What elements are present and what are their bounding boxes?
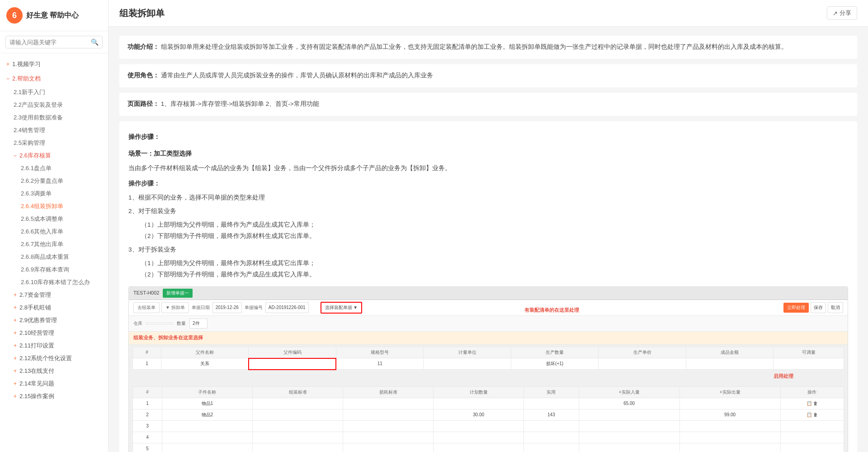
sidebar-item-wrong[interactable]: 2.6.10库存账本错了怎么办 xyxy=(14,276,108,289)
sidebar-item-mobile[interactable]: + 2.8手机旺铺 xyxy=(7,301,108,314)
screenshot-new-btn: 新增单据一 xyxy=(163,289,193,298)
sidebar-item-data[interactable]: 2.3使用前数据准备 xyxy=(7,111,108,124)
step-3-sub1: （1）上部明细为父件明细，最终作为原材料生成其它出库单； xyxy=(141,258,848,269)
cancel-screenshot: 取消 xyxy=(828,302,843,313)
sidebar-item-stocktake[interactable]: 2.6.1盘点单 xyxy=(14,162,108,175)
col-amount: 成品金额 xyxy=(686,347,774,358)
main-header: 组装拆卸单 ↗ 分享 xyxy=(108,0,868,27)
billno-value-screenshot: AD-20191226-001 xyxy=(265,302,309,313)
sidebar-item-sales[interactable]: 2.4销售管理 xyxy=(7,124,108,137)
sidebar-item-purchase[interactable]: 2.5采购管理 xyxy=(7,137,108,149)
step-2-sub1: （1）上部明细为父件明细，最终作为产成品生成其它入库单； xyxy=(141,219,848,230)
search-area: 🔍 xyxy=(0,31,108,53)
col-parent-name: 父件名称 xyxy=(161,347,249,358)
btn-extra: ▼ 拆卸单 xyxy=(161,302,189,313)
col-avail: 可调量 xyxy=(774,347,844,358)
sidebar-item-split[interactable]: 2.6.2分量盘点单 xyxy=(14,175,108,187)
sidebar-item-online[interactable]: + 2.13在线支付 xyxy=(7,365,108,377)
logo-area: 6 好生意 帮助中心 xyxy=(0,0,108,31)
content-area: 功能介绍： 组装拆卸单用来处理企业组装或拆卸等加工业务，支持有固定装配清单的产品… xyxy=(108,27,868,452)
plus-icon-faq: + xyxy=(14,381,17,387)
page-title: 组装拆卸单 xyxy=(119,7,165,19)
logo-icon: 6 xyxy=(6,7,23,24)
intro-text: 组装拆卸单用来处理企业组装或拆卸等加工业务，支持有固定装配清单的产品加工业务，也… xyxy=(161,43,788,50)
sub-field1: 仓库 xyxy=(133,319,142,328)
minus-icon: − xyxy=(6,76,9,82)
sub-field2: 数量 xyxy=(177,319,186,328)
step-list: 1、根据不同的业务，选择不同单据的类型来处理 2、对于组装业务 （1）上部明细为… xyxy=(128,192,848,280)
highlighted-cell xyxy=(249,358,336,370)
sidebar-item-assembly[interactable]: 2.6.4组装拆卸单 xyxy=(14,200,108,213)
col-spec: 规格型号 xyxy=(336,347,424,358)
step-2-sub2: （2）下部明细为子件明细，最终作为原材料生成其它出库单。 xyxy=(141,231,848,242)
path-label: 页面路径： xyxy=(127,100,159,107)
search-input[interactable] xyxy=(9,39,91,46)
intro-card: 功能介绍： 组装拆卸单用来处理企业组装或拆卸等加工业务，支持有固定装配清单的产品… xyxy=(119,36,857,59)
bottom-table: # 子件名称 组装标准 损耗标准 计划数量 实用 +实际入量 +实际出量 操作 xyxy=(132,386,844,452)
sidebar-item-faq[interactable]: + 2.14常见问题 xyxy=(7,377,108,390)
col-parent-code: 父件编码 xyxy=(249,347,336,358)
col-unit: 计量单位 xyxy=(424,347,511,358)
annotation-area: 启用处理 xyxy=(129,372,848,385)
sidebar-item-inventory[interactable]: − 2.6库存核算 xyxy=(7,149,108,162)
minus-icon-inventory: − xyxy=(14,152,17,159)
sidebar-item-docs-label[interactable]: − 2.帮助文档 xyxy=(0,71,108,86)
date-label-screenshot: 单据日期 xyxy=(192,304,210,312)
bottom-row-1: 1物品165.00📋 🗑 xyxy=(133,398,844,409)
share-icon: ↗ xyxy=(833,10,838,17)
sidebar-item-finance[interactable]: + 2.7资金管理 xyxy=(7,289,108,301)
annotation-ops: 组装业务、拆卸业务在这里选择 xyxy=(133,333,203,343)
save-screenshot: 保存 xyxy=(811,302,826,313)
sidebar-item-print[interactable]: + 2.11打印设置 xyxy=(7,339,108,352)
role-text: 通常由生产人员或库管人员完成拆装业务的操作，库管人员确认原材料的出库和产成品的入… xyxy=(161,72,433,79)
sidebar-item-custom[interactable]: + 2.12系统个性化设置 xyxy=(7,352,108,365)
sidebar-item-adjust[interactable]: 2.6.3调拨单 xyxy=(14,187,108,200)
intro-label: 功能介绍： xyxy=(127,43,159,50)
top-table: # 父件名称 父件编码 规格型号 计量单位 生产数量 生产单价 成品金额 可调量 xyxy=(132,347,844,370)
sidebar-item-coupon[interactable]: + 2.9优惠券管理 xyxy=(7,314,108,327)
sidebar-item-video-label[interactable]: + 1.视频学习 xyxy=(0,57,108,71)
plus-icon-print: + xyxy=(14,343,17,349)
plus-icon: + xyxy=(6,61,9,67)
sidebar-item-goodscost[interactable]: 2.6.8商品成本重算 xyxy=(14,251,108,263)
billno-label-screenshot: 单据编号 xyxy=(245,304,263,312)
nav-tree: + 1.视频学习 − 2.帮助文档 2.1新手入门 2.2产品安装及登录 2.3… xyxy=(0,53,108,452)
search-box: 🔍 xyxy=(5,36,103,48)
col-num: # xyxy=(133,347,161,358)
sidebar-item-video[interactable]: + 1.视频学习 xyxy=(0,57,108,71)
plus-icon-custom: + xyxy=(14,355,17,362)
sidebar: 6 好生意 帮助中心 🔍 + 1.视频学习 − 2.帮助文档 2.1新手入门 2… xyxy=(0,0,108,452)
nav-sub-inventory: 2.6.1盘点单 2.6.2分量盘点单 2.6.3调拨单 2.6.4组装拆卸单 … xyxy=(7,162,108,289)
plus-icon-finance: + xyxy=(14,292,17,298)
bottom-row-3: 3 xyxy=(133,420,844,432)
sidebar-item-cost[interactable]: 2.6.5成本调整单 xyxy=(14,213,108,225)
screenshot-company: TEST-H002 xyxy=(133,289,159,298)
role-card: 使用角色： 通常由生产人员或库管人员完成拆装业务的操作，库管人员确认原材料的出库… xyxy=(119,64,857,87)
bottom-row-4: 4 xyxy=(133,432,844,443)
sidebar-item-checkbook[interactable]: 2.6.9库存账本查询 xyxy=(14,263,108,276)
plus-icon-ops: + xyxy=(14,330,17,336)
logo-text: 好生意 帮助中心 xyxy=(26,11,79,20)
step-1: 1、根据不同的业务，选择不同单据的类型来处理 xyxy=(128,192,848,203)
sidebar-item-new[interactable]: 2.1新手入门 xyxy=(7,86,108,99)
sidebar-item-otherin[interactable]: 2.6.6其他入库单 xyxy=(14,225,108,238)
sub-field1-val xyxy=(146,323,173,324)
path-card: 页面路径： 1、库存核算->库存管理->组装拆卸单 2、首页->常用功能 xyxy=(119,93,857,116)
step-3-sub2: （2）下部明细为子件明细，最终作为产成品生成其它入库单。 xyxy=(141,269,848,280)
path-text: 1、库存核算->库存管理->组装拆卸单 2、首页->常用功能 xyxy=(161,100,319,107)
sidebar-item-ops[interactable]: + 2.10经营管理 xyxy=(7,327,108,339)
plus-icon-online: + xyxy=(14,368,17,374)
sidebar-item-install[interactable]: 2.2产品安装及登录 xyxy=(7,99,108,111)
operations-block: 操作步骤： 场景一：加工类型选择 当由多个子件材料组装成一个成品的业务为【组装】… xyxy=(119,121,857,452)
sidebar-item-otherout[interactable]: 2.6.7其他出库单 xyxy=(14,238,108,251)
table-row: 1 关系 11 损坏(+1) xyxy=(133,358,844,370)
sidebar-item-inventory-label[interactable]: − 2.6库存核算 xyxy=(7,149,108,162)
btn-zuzhenzhuang: 去组装单 xyxy=(133,302,160,313)
annotation-process: 启用处理 xyxy=(774,372,793,381)
share-button[interactable]: ↗ 分享 xyxy=(827,6,857,20)
sidebar-item-docs[interactable]: − 2.帮助文档 xyxy=(0,71,108,86)
search-icon[interactable]: 🔍 xyxy=(91,38,99,46)
sidebar-item-cases[interactable]: + 2.15操作案例 xyxy=(7,390,108,403)
annotation-assembly: 有装配清单的在这里处理 xyxy=(524,306,579,315)
step-2: 2、对于组装业务 xyxy=(128,206,848,217)
